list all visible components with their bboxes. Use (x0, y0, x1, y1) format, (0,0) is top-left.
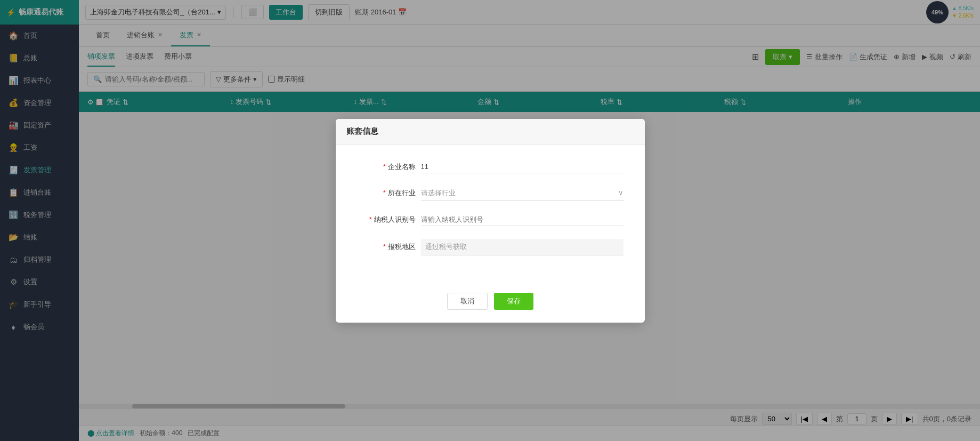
save-button[interactable]: 保存 (494, 293, 533, 310)
industry-placeholder: 请选择行业 (421, 188, 456, 198)
tax-id-input[interactable] (421, 213, 623, 226)
modal-footer: 取消 保存 (336, 284, 645, 323)
cancel-button[interactable]: 取消 (447, 293, 488, 310)
tax-region-label: * 报税地区 (357, 242, 421, 252)
tax-region-display: 通过税号获取 (421, 239, 623, 255)
industry-row: * 所在行业 请选择行业 ∨ (357, 186, 623, 201)
tax-region-row: * 报税地区 通过税号获取 (357, 239, 623, 255)
company-name-label: * 企业名称 (357, 162, 421, 172)
industry-select[interactable]: 请选择行业 ∨ (421, 186, 623, 201)
modal-body: * 企业名称 * 所在行业 请选择行业 ∨ * (336, 145, 645, 284)
company-name-input[interactable] (421, 161, 623, 173)
modal-overlay[interactable]: 账套信息 * 企业名称 * 所在行业 请选择行业 ∨ (0, 0, 980, 441)
modal-title: 账套信息 (346, 126, 378, 135)
modal-header: 账套信息 (336, 119, 645, 145)
tax-region-label-text: 报税地区 (388, 243, 416, 251)
industry-label: * 所在行业 (357, 188, 421, 198)
tax-region-placeholder: 通过税号获取 (425, 243, 467, 251)
account-info-modal: 账套信息 * 企业名称 * 所在行业 请选择行业 ∨ (336, 119, 645, 323)
tax-id-row: * 纳税人识别号 (357, 213, 623, 226)
company-name-label-text: 企业名称 (388, 163, 416, 171)
tax-id-label-text: 纳税人识别号 (374, 215, 416, 223)
industry-label-text: 所在行业 (388, 189, 416, 197)
tax-id-label: * 纳税人识别号 (357, 215, 421, 224)
company-name-row: * 企业名称 (357, 161, 623, 173)
industry-dropdown-icon: ∨ (618, 189, 623, 197)
